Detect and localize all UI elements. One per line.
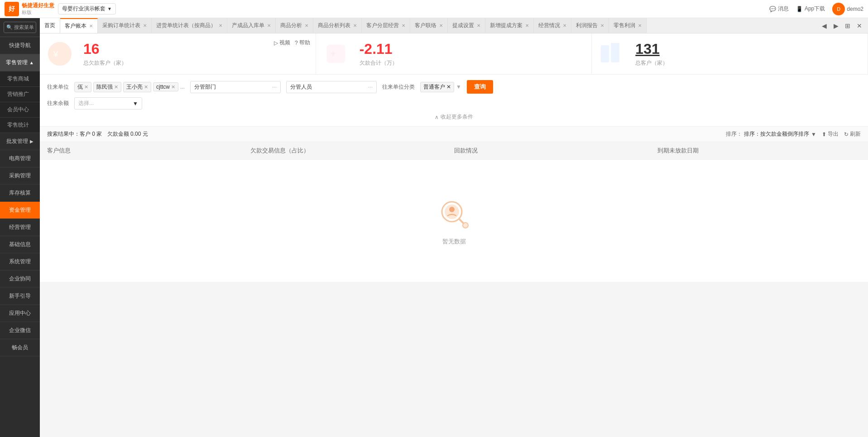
tab-goods-analysis-list[interactable]: 商品分析列表 ✕ — [313, 18, 362, 33]
table-container: 客户信息 欠款交易信息（占比） 回款情况 到期未放款日期 — [40, 142, 868, 282]
tab-close-icon[interactable]: ✕ — [600, 23, 604, 28]
sidebar-item-batch-mgmt[interactable]: 批发管理 ▶ — [0, 133, 40, 150]
video-help-area: ▷ 视频 ? 帮助 — [274, 39, 310, 47]
tab-scroll-left[interactable]: ◀ — [819, 21, 829, 31]
sidebar-item-operations[interactable]: 经营管理 — [0, 219, 40, 236]
tab-close-icon[interactable]: ✕ — [525, 23, 529, 28]
svg-point-9 — [449, 207, 455, 212]
tab-product-inbound[interactable]: 产成品入库单 ✕ — [227, 18, 276, 33]
sidebar-item-vip-member[interactable]: 畅会员 — [0, 339, 40, 356]
messages-button[interactable]: 💬 消息 — [769, 5, 789, 13]
top-bar-left: 好 畅捷通好生意 标版 母婴行业演示帐套 ▼ — [5, 2, 116, 16]
tab-retail-profit[interactable]: 零售利润 ✕ — [609, 18, 647, 33]
tab-close-icon[interactable]: ✕ — [477, 23, 480, 28]
svg-text:¥: ¥ — [53, 49, 58, 59]
sidebar-item-ecommerce[interactable]: 电商管理 — [0, 150, 40, 167]
tab-close-icon[interactable]: ✕ — [89, 24, 93, 28]
help-link[interactable]: ? 帮助 — [295, 39, 310, 47]
sidebar-item-quick-nav[interactable]: 零售管理 快捷导航 — [0, 37, 40, 54]
tab-profit-report[interactable]: 利润报告 ✕ — [571, 18, 609, 33]
tab-home[interactable]: 首页 — [40, 18, 60, 33]
tab-customer-contact[interactable]: 客户联络 ✕ — [410, 18, 448, 33]
col-header-debt: 欠款交易信息（占比） — [250, 147, 454, 155]
sidebar-item-marketing[interactable]: 营销推广 — [0, 87, 40, 102]
app-download-button[interactable]: 📱 App下载 — [796, 5, 825, 13]
person-selector[interactable]: 分管人员 ··· — [286, 81, 377, 93]
sidebar-item-enterprise-wechat[interactable]: 企业微信 — [0, 322, 40, 339]
tab-customer-capital[interactable]: 客户账本 ✕ — [60, 18, 98, 33]
sidebar-item-enterprise-collab[interactable]: 企业协同 — [0, 271, 40, 288]
tab-customer-layer[interactable]: 客户分层经营 ✕ — [362, 18, 410, 33]
remove-tag-cjttcw[interactable]: ✕ — [171, 84, 175, 90]
sidebar-item-new-guide[interactable]: 新手引导 — [0, 288, 40, 305]
chevron-down-icon: ▲ — [29, 60, 34, 65]
remove-tag-chenminqiang[interactable]: ✕ — [114, 84, 118, 90]
dept-selector[interactable]: 分管部门 ··· — [190, 81, 281, 93]
classify-chevron-down-icon[interactable]: ▼ — [456, 84, 461, 90]
tab-scroll-right[interactable]: ▶ — [831, 21, 841, 31]
tab-close-icon[interactable]: ✕ — [439, 23, 443, 28]
svg-point-10 — [463, 223, 468, 228]
remove-tag-wa[interactable]: ✕ — [84, 84, 88, 90]
result-actions: 排序： 排序：按欠款金额倒序排序 ▼ ⬆ 导出 ↻ 刷新 — [726, 130, 861, 138]
tab-goods-analysis[interactable]: 商品分析 ✕ — [276, 18, 313, 33]
collapse-button[interactable]: ∧ 收起更多条件 — [435, 113, 473, 121]
table-header: 客户信息 欠款交易信息（占比） 回款情况 到期未放款日期 — [40, 142, 868, 160]
tab-close-icon[interactable]: ✕ — [219, 23, 222, 28]
sidebar-item-member-center[interactable]: 会员中心 — [0, 102, 40, 118]
sidebar-item-basic-info[interactable]: 基础信息 — [0, 236, 40, 253]
top-bar: 好 畅捷通好生意 标版 母婴行业演示帐套 ▼ 💬 消息 📱 App下载 D — [0, 0, 868, 18]
sidebar-item-system[interactable]: 系统管理 — [0, 253, 40, 271]
user-profile[interactable]: D demo2 — [832, 3, 863, 15]
content-area: 首页 客户账本 ✕ 采购订单统计表 ✕ 进货单统计表（按商品） ✕ 产成品入库单… — [40, 18, 868, 437]
remove-tag-wangxiaoliang[interactable]: ✕ — [144, 84, 148, 90]
tab-expand[interactable]: ⊞ — [843, 21, 853, 31]
svg-point-0 — [48, 42, 72, 66]
filter-tag-chenminqiang: 陈民强 ✕ — [93, 82, 121, 92]
remove-classify-normal[interactable]: ✕ — [446, 84, 451, 90]
export-button[interactable]: ⬆ 导出 — [822, 130, 839, 138]
sidebar-item-retail[interactable]: 零售管理 ▲ — [0, 54, 40, 71]
tab-close-icon[interactable]: ✕ — [402, 23, 405, 28]
tab-close-all[interactable]: ✕ — [854, 21, 864, 31]
app-container: 好 畅捷通好生意 标版 母婴行业演示帐套 ▼ 💬 消息 📱 App下载 D — [0, 0, 868, 437]
account-selector[interactable]: 母婴行业演示帐套 ▼ — [58, 3, 116, 14]
tab-business-situation[interactable]: 经营情况 ✕ — [534, 18, 571, 33]
tab-promotion-settings[interactable]: 提成设置 ✕ — [448, 18, 485, 33]
tab-new-promotion[interactable]: 新增提成方案 ✕ — [485, 18, 534, 33]
tab-purchase-stat[interactable]: 进货单统计表（按商品） ✕ — [152, 18, 227, 33]
stat-card-total: 131 总客户（家） — [592, 33, 868, 74]
refresh-icon: ↻ — [844, 131, 849, 138]
filter-tag-cjttcw: cjttcw ✕ — [153, 82, 178, 91]
classify-filter-label: 往来单位分类 — [382, 83, 415, 91]
tab-close-icon[interactable]: ✕ — [143, 23, 147, 28]
search-menu-button[interactable]: 🔍 搜索菜单 — [4, 22, 36, 33]
stat-label-total: 总客户（家） — [635, 59, 668, 67]
refresh-button[interactable]: ↻ 刷新 — [844, 130, 861, 138]
sidebar-item-inventory[interactable]: 库存核算 — [0, 185, 40, 202]
stat-info-total: 131 总客户（家） — [635, 41, 668, 67]
sidebar-item-purchase[interactable]: 采购管理 — [0, 167, 40, 185]
classify-tag-normal: 普通客户 ✕ — [420, 82, 454, 92]
sidebar-item-app-center[interactable]: 应用中心 — [0, 305, 40, 322]
tab-close-icon[interactable]: ✕ — [638, 23, 642, 28]
video-link[interactable]: ▷ 视频 — [274, 39, 290, 47]
result-info: 搜索结果中：客户 0 家 欠款金额 0.00 元 — [47, 130, 148, 138]
top-bar-right: 💬 消息 📱 App下载 D demo2 — [769, 3, 863, 15]
tab-close-icon[interactable]: ✕ — [267, 23, 271, 28]
query-button[interactable]: 查询 — [467, 80, 493, 94]
tab-close-icon[interactable]: ✕ — [353, 23, 357, 28]
logo-text: 畅捷通好生意 标版 — [22, 2, 54, 16]
balance-selector[interactable]: 选择... ▼ — [74, 97, 142, 109]
tab-close-icon[interactable]: ✕ — [305, 23, 308, 28]
sidebar-item-retail-mall[interactable]: 零售商城 — [0, 71, 40, 87]
export-icon: ⬆ — [822, 131, 826, 138]
sidebar-item-retail-stats[interactable]: 零售统计 — [0, 118, 40, 133]
filter-more-tags[interactable]: ... — [180, 84, 185, 90]
message-icon: 💬 — [769, 6, 776, 12]
tab-close-icon[interactable]: ✕ — [563, 23, 566, 28]
balance-filter-label: 往来余额 — [47, 100, 69, 107]
tab-purchase-order-stat[interactable]: 采购订单统计表 ✕ — [98, 18, 152, 33]
sort-selector[interactable]: 排序： 排序：按欠款金额倒序排序 ▼ — [726, 130, 816, 138]
sidebar-item-capital[interactable]: 资金管理 — [0, 202, 40, 219]
